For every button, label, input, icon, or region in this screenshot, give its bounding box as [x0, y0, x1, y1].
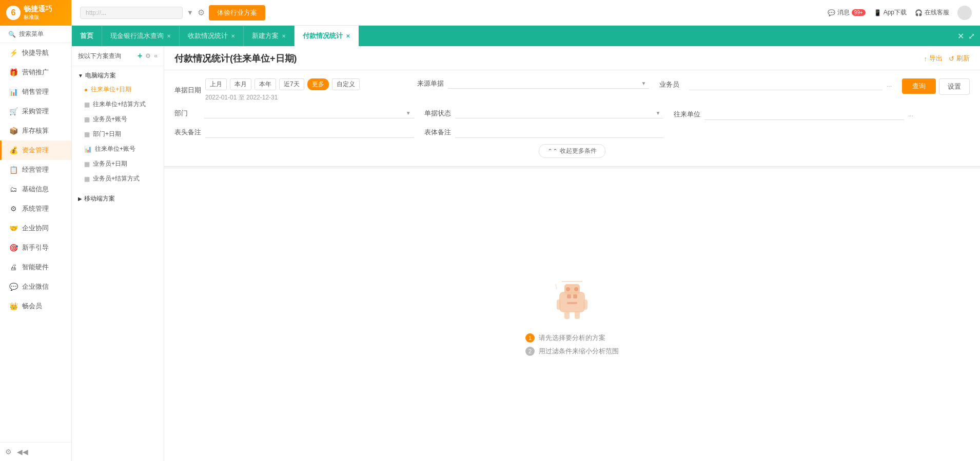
- topbar: http://... ▼ ⚙ 体验行业方案 💬 消息 99+ 📱 App下载 🎧…: [72, 0, 980, 26]
- app-download-label: App下载: [884, 8, 907, 17]
- header-note-input[interactable]: [205, 126, 414, 138]
- online-service-btn[interactable]: 🎧 在线客服: [915, 8, 949, 17]
- sidebar-item-purchase[interactable]: 🛒 采购管理: [0, 102, 71, 121]
- staff-more-icon[interactable]: ...: [887, 81, 892, 88]
- date-this-month-btn[interactable]: 本月: [230, 78, 251, 90]
- query-button[interactable]: 查询: [902, 78, 936, 94]
- scheme-item-unit-settlement[interactable]: ▦ 往来单位+结算方式: [72, 97, 164, 112]
- sidebar-item-weixin[interactable]: 💬 企业微信: [0, 277, 71, 296]
- tab-payment-stats-label: 付款情况统计: [303, 31, 343, 41]
- dept-select[interactable]: ▼: [204, 108, 414, 118]
- hardware-icon: 🖨: [9, 263, 18, 272]
- sidebar-item-inventory[interactable]: 📦 库存核算: [0, 121, 71, 141]
- close-new-scheme-tab-icon[interactable]: ✕: [282, 33, 286, 39]
- close-receipt-stats-tab-icon[interactable]: ✕: [231, 33, 235, 39]
- active-scheme-icon: ●: [84, 86, 88, 93]
- message-btn[interactable]: 💬 消息 99+: [828, 8, 866, 17]
- address-bar[interactable]: http://...: [80, 7, 183, 19]
- body-note-input[interactable]: [455, 126, 664, 138]
- date-range-display: 2022-01-01 至 2022-12-31: [205, 93, 360, 102]
- sidebar-item-capital[interactable]: 💰 资金管理: [0, 141, 71, 160]
- sidebar-item-guide[interactable]: 🎯 新手引导: [0, 238, 71, 257]
- export-button[interactable]: ↑ 导出: [924, 54, 943, 63]
- sidebar-item-hardware[interactable]: 🖨 智能硬件: [0, 257, 71, 277]
- svg-line-12: [556, 284, 557, 289]
- collapse-sidebar-icon[interactable]: ◀◀: [17, 448, 28, 456]
- sidebar-search[interactable]: 🔍 搜索菜单: [0, 26, 71, 43]
- date-this-year-btn[interactable]: 本年: [254, 78, 276, 90]
- sidebar-item-member[interactable]: 👑 畅会员: [0, 296, 71, 316]
- nav-label: 库存核算: [22, 126, 49, 135]
- sidebar-item-system[interactable]: ⚙ 系统管理: [0, 199, 71, 218]
- guide-icon: 🎯: [9, 243, 18, 252]
- tab-payment-stats[interactable]: 付款情况统计 ✕: [295, 26, 359, 46]
- doc-status-select[interactable]: ▼: [455, 108, 664, 118]
- scheme-table-icon: ▦: [84, 131, 90, 138]
- svg-rect-8: [583, 299, 587, 310]
- sidebar-footer: ⚙ ◀◀: [0, 442, 71, 461]
- sidebar-item-basic-info[interactable]: 🗂 基础信息: [0, 179, 71, 199]
- date-last-month-btn[interactable]: 上月: [205, 78, 227, 90]
- tab-new-scheme[interactable]: 新建方案 ✕: [244, 26, 295, 46]
- message-label: 消息: [837, 8, 850, 17]
- collapse-scheme-icon[interactable]: «: [154, 52, 158, 59]
- industry-scheme-button[interactable]: 体验行业方案: [209, 5, 265, 21]
- user-avatar[interactable]: [957, 6, 972, 20]
- desktop-scheme-group-title[interactable]: ▼ 电脑端方案: [72, 69, 164, 82]
- marketing-icon: 🎁: [9, 68, 18, 77]
- partner-more-icon[interactable]: ...: [908, 111, 913, 118]
- mobile-scheme-group-title[interactable]: ▶ 移动端方案: [72, 192, 164, 205]
- app-download-btn[interactable]: 📱 App下载: [874, 8, 907, 17]
- partner-input[interactable]: [704, 108, 904, 120]
- sidebar-nav: ⚡ 快捷导航 🎁 营销推广 📊 销售管理 🛒 采购管理 📦 库存核算 💰 资金管…: [0, 43, 71, 442]
- dept-chevron-icon: ▼: [406, 110, 411, 116]
- sidebar-item-sales[interactable]: 📊 销售管理: [0, 82, 71, 102]
- scheme-item-staff-account[interactable]: ▦ 业务员+账号: [72, 112, 164, 127]
- sidebar-item-marketing[interactable]: 🎁 营销推广: [0, 63, 71, 82]
- refresh-button[interactable]: ↺ 刷新: [949, 54, 970, 63]
- close-cash-flow-tab-icon[interactable]: ✕: [167, 33, 171, 39]
- staff-input[interactable]: [689, 78, 883, 90]
- scheme-item-staff-date[interactable]: ▦ 业务员+日期: [72, 156, 164, 171]
- nav-label: 畅会员: [22, 302, 42, 311]
- scheme-panel-header: 按以下方案查询 + ⚙ «: [72, 46, 164, 66]
- add-scheme-icon[interactable]: +: [138, 51, 142, 61]
- scheme-item-unit-account[interactable]: 📊 往来单位+账号: [72, 142, 164, 156]
- purchase-icon: 🛒: [9, 107, 18, 116]
- dept-field: 部门 ▼: [174, 108, 414, 118]
- maximize-icon[interactable]: ⤢: [968, 31, 975, 41]
- date-custom-btn[interactable]: 自定义: [332, 78, 360, 90]
- scheme-item-dept-date[interactable]: ▦ 部门+日期: [72, 127, 164, 142]
- date-more-btn[interactable]: 更多: [307, 78, 329, 90]
- settings-btn[interactable]: ⚙: [198, 8, 205, 17]
- settings-button[interactable]: 设置: [939, 78, 970, 95]
- filter-area: 付款情况统计(往来单位+日期) ↑ 导出 ↺ 刷新 单: [164, 46, 980, 461]
- tab-receipt-stats[interactable]: 收款情况统计 ✕: [180, 26, 244, 46]
- filter-actions: 查询 设置: [902, 78, 970, 95]
- collapse-conditions-btn[interactable]: ⌃⌃ 收起更多条件: [539, 144, 605, 158]
- scheme-item-unit-date[interactable]: ● 往来单位+日期: [72, 82, 164, 97]
- sidebar-item-quick-nav[interactable]: ⚡ 快捷导航: [0, 43, 71, 63]
- nav-label: 快捷导航: [22, 48, 49, 57]
- scheme-settings-icon[interactable]: ⚙: [145, 52, 151, 59]
- sidebar-item-enterprise[interactable]: 🤝 企业协同: [0, 218, 71, 238]
- source-select[interactable]: ▼: [448, 78, 650, 89]
- close-all-tabs-icon[interactable]: ✕: [957, 31, 964, 41]
- tab-cash-flow[interactable]: 现金银行流水查询 ✕: [102, 26, 180, 46]
- weixin-icon: 💬: [9, 282, 18, 291]
- tab-home-label: 首页: [80, 31, 93, 41]
- close-payment-stats-tab-icon[interactable]: ✕: [346, 33, 350, 39]
- tab-home[interactable]: 首页: [72, 26, 102, 46]
- dropdown-arrow-icon[interactable]: ▼: [187, 9, 193, 16]
- scheme-item-staff-settlement[interactable]: ▦ 业务员+结算方式: [72, 171, 164, 186]
- doc-status-label: 单据状态: [424, 109, 451, 118]
- filter-row-3: 表头备注 表体备注: [174, 126, 970, 138]
- sidebar-item-operation[interactable]: 📋 经营管理: [0, 160, 71, 179]
- main-content: http://... ▼ ⚙ 体验行业方案 💬 消息 99+ 📱 App下载 🎧…: [72, 0, 980, 461]
- date-7days-btn[interactable]: 近7天: [279, 78, 304, 90]
- scheme-table-icon: ▦: [84, 116, 90, 123]
- partner-label: 往来单位: [674, 110, 700, 119]
- scheme-label: 业务员+结算方式: [93, 174, 140, 183]
- settings-icon[interactable]: ⚙: [5, 448, 12, 456]
- logo-icon: 6: [6, 6, 21, 20]
